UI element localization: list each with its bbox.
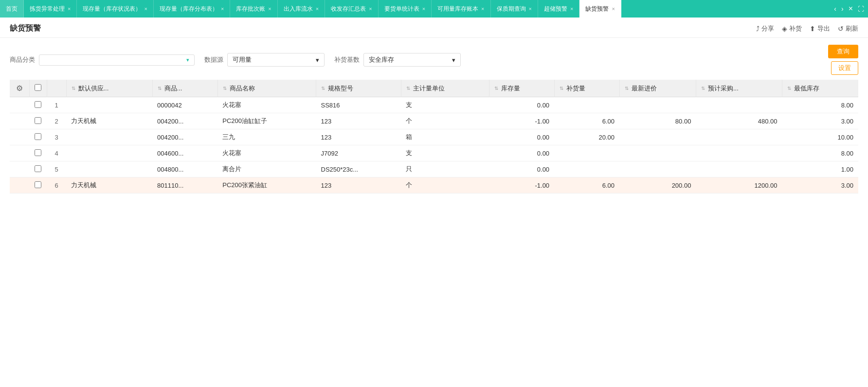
row-unit: 支 [401,97,489,113]
tab-expiry-query[interactable]: 保质期查询× [491,0,538,18]
row-est-purchase: 1200.00 [696,177,782,194]
row-num: 6 [47,177,66,194]
row-spec: 123 [316,129,401,145]
row-latest-price [619,161,696,177]
query-button[interactable]: 查询 [828,45,858,58]
select-all-checkbox[interactable] [35,84,41,91]
settings-button[interactable]: 设置 [831,61,858,75]
tab-close-demand-stat[interactable]: × [422,6,425,12]
export-button[interactable]: ⬆ 导出 [810,24,830,33]
row-supplier: 力天机械 [66,177,152,194]
row-checkbox-3[interactable] [35,133,41,140]
tab-label: 首页 [6,5,18,13]
tab-prev-button[interactable]: ‹ [832,4,838,13]
tab-inventory-status[interactable]: 现存量（库存状况表）× [77,0,153,18]
table-row: 4 004600... 火花塞 J7092 支 0.00 8.00 [10,145,858,161]
row-min-stock: 1.00 [782,161,858,177]
row-check-cell [29,129,47,145]
row-latest-price [619,129,696,145]
export-icon: ⬆ [810,25,815,33]
sort-code-icon: ⇅ [158,86,162,91]
gear-settings-icon[interactable]: ⚙ [16,84,23,92]
row-unit: 支 [401,145,489,161]
datasource-filter-group: 数据源 可用量 ▾ [204,53,325,67]
tab-shortage[interactable]: 缺货预警× [579,0,621,18]
row-supplier [66,145,152,161]
tab-close-defect-abnormal[interactable]: × [68,6,71,12]
tab-label: 保质期查询 [497,5,526,13]
tab-label: 现存量（库存状况表） [83,5,141,13]
row-replenish-qty [554,97,619,113]
row-stock: 0.00 [489,97,554,113]
tab-close-window-button[interactable]: × [847,4,855,14]
share-icon: ⤴ [756,25,760,33]
row-num: 1 [47,97,66,113]
datasource-select[interactable]: 可用量 ▾ [227,53,325,67]
row-check-cell [29,177,47,194]
sort-supplier-icon: ⇅ [72,86,75,91]
filter-area: 商品分类 ▾ 数据源 可用量 ▾ 补货基数 安全库存 ▾ 查询 设置 [0,38,868,80]
replenish-button[interactable]: ◈ 补货 [782,24,802,33]
row-est-purchase [696,145,782,161]
col-gear-header: ⚙ [10,80,29,97]
tab-fullscreen-button[interactable]: ⛶ [856,5,866,13]
row-unit: 个 [401,177,489,194]
col-check-header [29,80,47,97]
row-replenish-qty: 20.00 [554,129,619,145]
col-spec-header: ⇅ 规格型号 [316,80,401,97]
page-title: 缺货预警 [10,23,41,34]
share-button[interactable]: ⤴ 分享 [756,24,774,33]
replenish-base-select[interactable]: 安全库存 ▾ [363,53,461,67]
datasource-label: 数据源 [204,55,223,64]
row-min-stock: 10.00 [782,129,858,145]
export-label: 导出 [817,24,830,33]
refresh-button[interactable]: ↺ 刷新 [838,24,858,33]
tab-demand-stat[interactable]: 要货单统计表× [379,0,432,18]
tab-close-inventory-dist[interactable]: × [221,6,224,12]
replenish-label: 补货 [789,24,802,33]
row-product-name: 火花塞 [217,145,316,161]
col-replenish-qty-header: ⇅ 补货量 [554,80,619,97]
row-unit: 只 [401,161,489,177]
tab-receive-summary[interactable]: 收发存汇总表× [325,0,378,18]
category-select[interactable]: ▾ [39,54,195,66]
category-filter-group: 商品分类 ▾ [10,54,195,66]
col-default-supplier-header: ⇅ 默认供应... [66,80,152,97]
tab-close-batch-account[interactable]: × [268,6,271,12]
tab-close-shortage[interactable]: × [612,6,615,12]
tab-label: 超储预警 [544,5,567,13]
sort-unit-icon: ⇅ [406,86,410,91]
tab-close-available-ledger[interactable]: × [481,6,484,12]
row-min-stock: 3.00 [782,113,858,129]
row-supplier: 力天机械 [66,113,152,129]
row-checkbox-1[interactable] [35,101,41,108]
tab-next-button[interactable]: › [839,4,846,13]
tab-close-receive-summary[interactable]: × [369,6,372,12]
replenish-base-chevron-icon: ▾ [452,56,455,64]
tab-label: 库存批次账 [236,5,265,13]
row-check-cell [29,113,47,129]
tab-defect-abnormal[interactable]: 拣货异常处理× [24,0,77,18]
row-min-stock: 8.00 [782,145,858,161]
tab-available-ledger[interactable]: 可用量库存账本× [432,0,490,18]
tab-close-overstock[interactable]: × [570,6,573,12]
tab-home[interactable]: 首页 [0,0,24,18]
tab-label: 拣货异常处理 [30,5,65,13]
row-checkbox-6[interactable] [35,181,41,188]
col-stock-header: ⇅ 库存量 [489,80,554,97]
tab-overstock[interactable]: 超储预警× [538,0,579,18]
row-checkbox-2[interactable] [35,117,41,124]
tab-inventory-dist[interactable]: 现存量（库存分布表）× [154,0,230,18]
col-product-code-header: ⇅ 商品... [152,80,217,97]
tab-inout-flow[interactable]: 出入库流水× [278,0,325,18]
tab-close-inventory-status[interactable]: × [144,6,147,12]
row-checkbox-4[interactable] [35,149,41,156]
tab-nav-buttons: ‹ › × ⛶ [830,4,868,14]
tab-close-inout-flow[interactable]: × [316,6,319,12]
row-num: 2 [47,113,66,129]
tab-batch-account[interactable]: 库存批次账× [230,0,277,18]
row-checkbox-5[interactable] [35,165,41,172]
category-label: 商品分类 [10,55,35,64]
row-spec: 123 [316,113,401,129]
tab-close-expiry-query[interactable]: × [529,6,532,12]
